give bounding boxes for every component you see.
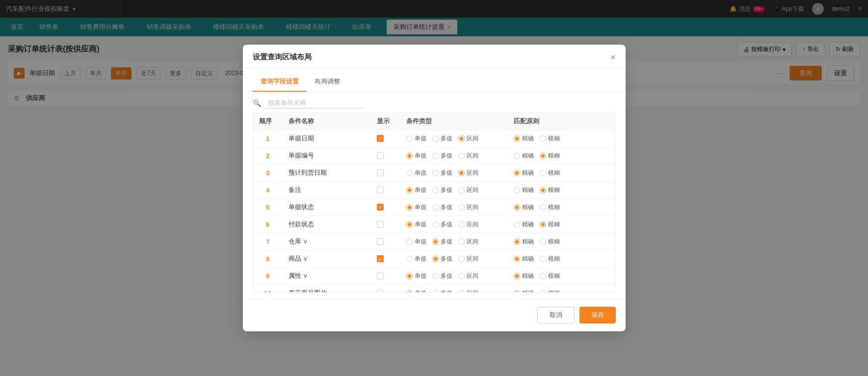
row-display-cell: [371, 238, 400, 245]
radio-label: 单值: [415, 169, 426, 177]
radio-dot: [406, 135, 413, 142]
radio-label: 精确: [522, 134, 534, 143]
row-order: 1: [253, 135, 283, 142]
match-radio-item[interactable]: 模糊: [540, 272, 560, 280]
type-radio-item[interactable]: 单值: [406, 152, 426, 160]
row-display-cell: [371, 135, 400, 142]
match-radio-item[interactable]: 精确: [514, 238, 534, 246]
dialog-title: 设置查询区域布局: [253, 53, 312, 62]
save-button[interactable]: 保存: [579, 307, 616, 323]
table-row: 3预计到货日期单值多值区间精确模糊: [253, 164, 615, 182]
display-checkbox[interactable]: [377, 204, 384, 211]
col-type: 条件类型: [400, 117, 508, 126]
type-radio-item[interactable]: 区间: [458, 186, 478, 194]
match-radio-item[interactable]: 模糊: [540, 289, 560, 293]
row-order: 6: [253, 221, 283, 228]
type-radio-item[interactable]: 单值: [406, 255, 426, 263]
type-radio-item[interactable]: 区间: [458, 272, 478, 280]
match-radio-item[interactable]: 精确: [514, 186, 534, 194]
radio-label: 单值: [415, 186, 426, 194]
display-checkbox[interactable]: [377, 135, 384, 142]
type-radio-item[interactable]: 单值: [406, 203, 426, 212]
type-radio-item[interactable]: 多值: [432, 238, 452, 246]
type-radio-item[interactable]: 区间: [458, 220, 478, 229]
match-radio-item[interactable]: 模糊: [540, 134, 560, 143]
row-display-cell: [371, 272, 400, 279]
radio-label: 精确: [522, 289, 534, 293]
type-radio-item[interactable]: 区间: [458, 134, 478, 143]
radio-label: 精确: [522, 152, 534, 160]
radio-dot: [406, 239, 413, 245]
radio-dot: [514, 290, 520, 293]
search-input[interactable]: [265, 98, 363, 108]
type-radio-item[interactable]: 区间: [458, 238, 478, 246]
display-checkbox[interactable]: [377, 152, 384, 159]
type-radio-item[interactable]: 单值: [406, 169, 426, 177]
radio-dot: [406, 170, 413, 176]
match-radio-item[interactable]: 精确: [514, 152, 534, 160]
radio-label: 模糊: [548, 134, 560, 143]
radio-label: 多值: [441, 255, 452, 263]
type-radio-item[interactable]: 多值: [432, 220, 452, 229]
type-radio-item[interactable]: 单值: [406, 186, 426, 194]
row-name: 单据状态: [283, 203, 371, 212]
match-radio-item[interactable]: 模糊: [540, 238, 560, 246]
radio-dot: [458, 187, 465, 193]
type-radio-item[interactable]: 多值: [432, 134, 452, 143]
type-radio-item[interactable]: 多值: [432, 255, 452, 263]
radio-dot: [540, 273, 546, 279]
radio-label: 模糊: [548, 255, 560, 263]
radio-label: 多值: [441, 220, 452, 229]
cancel-button[interactable]: 取消: [537, 307, 575, 323]
type-radio-item[interactable]: 区间: [458, 289, 478, 293]
match-radio-item[interactable]: 模糊: [540, 220, 560, 229]
type-radio-item[interactable]: 多值: [432, 169, 452, 177]
type-radio-item[interactable]: 区间: [458, 255, 478, 263]
row-display-cell: [371, 290, 400, 292]
match-radio-item[interactable]: 模糊: [540, 203, 560, 212]
type-radio-item[interactable]: 区间: [458, 169, 478, 177]
match-radio-item[interactable]: 精确: [514, 134, 534, 143]
display-checkbox[interactable]: [377, 221, 384, 228]
type-radio-item[interactable]: 单值: [406, 134, 426, 143]
radio-dot: [540, 204, 546, 211]
type-radio-item[interactable]: 多值: [432, 152, 452, 160]
display-checkbox[interactable]: [377, 290, 384, 292]
dialog-footer: 取消 保存: [243, 298, 626, 331]
type-radio-item[interactable]: 单值: [406, 272, 426, 280]
match-radio-item[interactable]: 精确: [514, 255, 534, 263]
match-radio-item[interactable]: 精确: [514, 203, 534, 212]
display-checkbox[interactable]: [377, 187, 384, 193]
match-radio-item[interactable]: 模糊: [540, 152, 560, 160]
dialog-tab-layout[interactable]: 布局调整: [307, 74, 348, 92]
radio-dot: [458, 135, 465, 142]
type-radio-item[interactable]: 多值: [432, 186, 452, 194]
row-type-cell: 单值多值区间: [400, 238, 508, 246]
dialog-close-button[interactable]: ×: [610, 53, 616, 62]
type-radio-item[interactable]: 区间: [458, 203, 478, 212]
type-radio-item[interactable]: 多值: [432, 272, 452, 280]
type-radio-item[interactable]: 区间: [458, 152, 478, 160]
row-name: 商品 ∨: [283, 254, 371, 263]
display-checkbox[interactable]: [377, 169, 384, 176]
display-checkbox[interactable]: [377, 238, 384, 245]
match-radio-item[interactable]: 模糊: [540, 255, 560, 263]
type-radio-item[interactable]: 多值: [432, 289, 452, 293]
match-radio-item[interactable]: 精确: [514, 289, 534, 293]
row-name: 备注: [283, 186, 371, 194]
type-radio-item[interactable]: 单值: [406, 238, 426, 246]
radio-label: 区间: [467, 203, 478, 212]
radio-dot: [458, 239, 465, 245]
display-checkbox[interactable]: [377, 272, 384, 279]
type-radio-item[interactable]: 单值: [406, 289, 426, 293]
match-radio-item[interactable]: 精确: [514, 220, 534, 229]
type-radio-item[interactable]: 单值: [406, 220, 426, 229]
display-checkbox[interactable]: [377, 255, 384, 262]
match-radio-item[interactable]: 精确: [514, 272, 534, 280]
match-radio-item[interactable]: 精确: [514, 169, 534, 177]
dialog-tab-query-fields[interactable]: 查询字段设置: [253, 74, 307, 92]
match-radio-item[interactable]: 模糊: [540, 186, 560, 194]
match-radio-item[interactable]: 模糊: [540, 169, 560, 177]
type-radio-item[interactable]: 多值: [432, 203, 452, 212]
row-order: 7: [253, 238, 283, 245]
